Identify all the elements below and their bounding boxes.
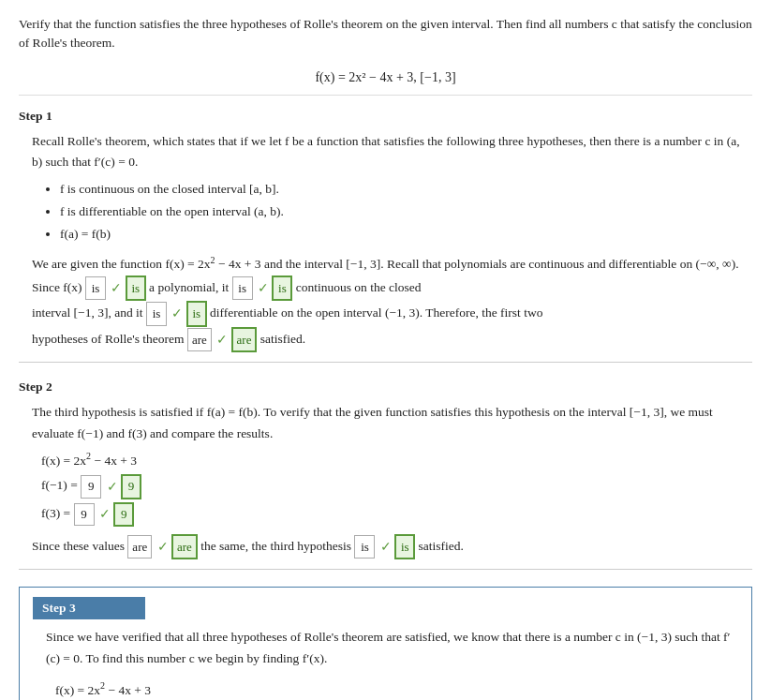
step2-conclusion: Since these values are ✓ are the same, t… [32,534,752,559]
step2-check-fm1: ✓ [107,480,118,494]
step1-para: We are given the function f(x) = 2x2 − 4… [32,251,752,301]
problem-intro-text: Verify that the function satisfies the t… [19,17,752,50]
step1-para3: hypotheses of Rolle's theorem are ✓ are … [32,327,752,352]
step1-check7: ✓ [216,333,228,347]
step3-section: Step 3 Since we have verified that all t… [19,587,752,700]
step1-box6[interactable]: is [186,301,207,326]
step2-fm1: f(−1) = 9 ✓ 9 [41,474,752,499]
step1-box2[interactable]: is [126,276,146,301]
step3-header: Step 3 [33,597,145,619]
step2-are-input[interactable]: are [127,535,152,559]
function-expr: f(x) = 2x² − 4x + 3, [−1, 3] [315,70,455,84]
step2-is-box[interactable]: is [394,534,415,559]
step3-fx: f(x) = 2x2 − 4x + 3 [55,678,738,700]
step2-fm1-input[interactable]: 9 [81,475,101,498]
step2-f3-input[interactable]: 9 [74,503,95,526]
step2-section: Step 2 The third hypothesis is satisfied… [19,380,752,570]
step1-header: Step 1 [19,109,752,124]
bullet-3: f(a) = f(b) [60,224,752,245]
problem-statement: Verify that the function satisfies the t… [19,15,752,53]
step1-box4[interactable]: is [272,276,292,301]
step1-box1[interactable]: is [85,276,106,300]
step2-fx: f(x) = 2x2 − 4x + 3 [41,448,752,471]
step2-f3-label: f(3) = [41,506,70,520]
step3-content: Since we have verified that all three hy… [46,627,738,700]
step2-are-box[interactable]: are [171,534,198,559]
step1-box8[interactable]: are [231,327,258,352]
step2-header: Step 2 [19,380,752,395]
step1-box5[interactable]: is [146,302,167,325]
step1-box7[interactable]: are [187,328,212,351]
step2-check-are: ✓ [157,540,169,554]
step2-fm1-label: f(−1) = [41,479,78,493]
step2-since: Since [32,538,60,552]
step2-intro: The third hypothesis is satisfied if f(a… [32,402,752,445]
step2-f3: f(3) = 9 ✓ 9 [41,502,752,527]
step2-is-input[interactable]: is [354,535,375,559]
step1-check3: ✓ [258,281,269,295]
bullet-1: f is continuous on the closed interval [… [60,179,752,200]
step1-recall: Recall Rolle's theorem, which states tha… [32,131,752,174]
step2-content: The third hypothesis is satisfied if f(a… [32,402,752,559]
step3-intro: Since we have verified that all three hy… [46,627,738,670]
function-display: f(x) = 2x² − 4x + 3, [−1, 3] [19,70,752,85]
step1-bullets: f is continuous on the closed interval [… [60,179,752,244]
step1-fx: f(x) = 2x2 − 4x + 3 [165,257,260,271]
step2-f3-box[interactable]: 9 [113,502,134,527]
step1-section: Step 1 Recall Rolle's theorem, which sta… [19,109,752,364]
step2-check-is: ✓ [380,540,392,554]
step1-content: Recall Rolle's theorem, which states tha… [32,131,752,353]
step1-check5: ✓ [171,306,183,320]
step1-box3[interactable]: is [232,276,253,300]
step1-para2: interval [−1, 3], and it is ✓ is differe… [32,301,752,326]
step2-check-f3: ✓ [99,507,111,521]
bullet-2: f is differentiable on the open interval… [60,201,752,222]
step2-fm1-box[interactable]: 9 [121,474,141,499]
step1-check1: ✓ [111,281,122,295]
